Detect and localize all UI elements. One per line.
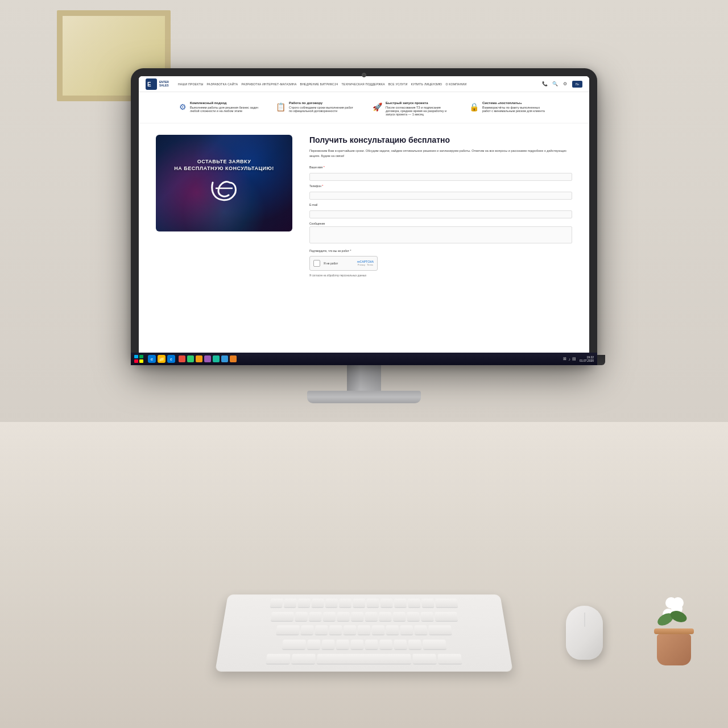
- feature-postpay-title: Система «постоплаты»: [482, 101, 549, 105]
- captcha-checkbox[interactable]: [313, 260, 320, 267]
- promo-logo: [207, 177, 241, 208]
- monitor-container: E ENTERSALES НАШИ ПРОЕКТЫ РАЗРАБОТКА САЙ…: [131, 68, 597, 403]
- nav-link-shop-dev[interactable]: РАЗРАБОТКА ИНТЕРНЕТ-МАГАЗИНА: [241, 82, 296, 86]
- key: [307, 639, 320, 650]
- key: [322, 612, 335, 622]
- feature-contract-title: Работа по договору: [289, 101, 355, 105]
- key: [329, 626, 342, 635]
- form-field-phone: Телефон *: [309, 184, 572, 200]
- form-input-email[interactable]: [309, 210, 572, 218]
- form-description: Перезвоним Вам в кратчайшие сроки. Обсуд…: [309, 148, 572, 159]
- key: [414, 626, 427, 635]
- feature-postpay-text: Система «постоплаты» Взаиморасчёты по фа…: [482, 101, 549, 113]
- nav-link-all-services[interactable]: ВСЕ УСЛУГИ: [388, 82, 408, 86]
- taskbar: e 📁 e: [139, 353, 589, 355]
- keyboard: [215, 594, 513, 672]
- key: [284, 598, 297, 607]
- search-icon[interactable]: 🔍: [552, 81, 559, 88]
- pot-body: [657, 634, 691, 665]
- svg-text:E: E: [147, 81, 151, 88]
- petal: [672, 597, 684, 609]
- nav-actions: 📞 🔍 ⚙ Пн: [541, 81, 582, 88]
- phone-icon[interactable]: 📞: [541, 81, 548, 88]
- nav-link-license[interactable]: КУПИТЬ ЛИЦЕНЗИЮ: [411, 82, 442, 86]
- captcha-label: Я не робот: [324, 262, 338, 265]
- feature-comprehensive-desc: Выполняем работы для решения бизнес зада…: [190, 106, 259, 113]
- form-input-phone[interactable]: [309, 192, 572, 200]
- key: [392, 612, 405, 622]
- mouse: [566, 606, 603, 660]
- nav-link-about[interactable]: О КОМПАНИИ: [445, 82, 466, 86]
- main-content: ОСТАВЬТЕ ЗАЯВКУ НА БЕСПЛАТНУЮ КОНСУЛЬТАЦ…: [139, 123, 589, 288]
- key-caps: [276, 626, 300, 635]
- feature-contract: 📋 Работа по договору Строго соблюдаем ср…: [276, 101, 355, 116]
- key: [351, 612, 363, 622]
- captcha-section: Подтвердите, что вы не робот * Я не робо…: [309, 249, 572, 271]
- contract-icon: 📋: [276, 102, 286, 111]
- monitor-stand-neck: [347, 365, 381, 391]
- key: [367, 598, 379, 607]
- key: [365, 612, 377, 622]
- key: [372, 626, 384, 635]
- website: E ENTERSALES НАШИ ПРОЕКТЫ РАЗРАБОТКА САЙ…: [139, 76, 589, 355]
- key-delete: [435, 598, 458, 607]
- form-label-email: E-mail: [309, 203, 572, 206]
- key: [380, 598, 393, 607]
- key: [408, 639, 421, 650]
- monitor-bezel: E ENTERSALES НАШИ ПРОЕКТЫ РАЗРАБОТКА САЙ…: [131, 68, 597, 365]
- key-shift: [282, 639, 305, 650]
- key: [379, 639, 392, 650]
- key-ralt: [412, 654, 437, 665]
- brand-logo-icon: E: [146, 78, 157, 90]
- key: [300, 626, 313, 635]
- captcha-section-label: Подтвердите, что вы не робот *: [309, 249, 572, 253]
- key-alt: [291, 654, 316, 665]
- feature-contract-desc: Строго соблюдаем сроки выполнения работ …: [289, 106, 355, 113]
- nav-link-support[interactable]: ТЕХНИЧЕСКАЯ ПОДДЕРЖКА: [341, 82, 384, 86]
- nav-link-site-dev[interactable]: РАЗРАБОТКА САЙТА: [207, 82, 238, 86]
- nav-cta-button[interactable]: Пн: [572, 81, 582, 88]
- recaptcha-logo: reCAPTCHA Privacy · Terms: [357, 260, 374, 266]
- key-rctrl: [437, 654, 462, 665]
- nav-links: НАШИ ПРОЕКТЫ РАЗРАБОТКА САЙТА РАЗРАБОТКА…: [178, 82, 537, 86]
- form-field-message: Сообщение: [309, 222, 572, 246]
- feature-comprehensive: ⚙ Комплексный подход Выполняем работы дл…: [179, 101, 259, 116]
- nav-logo: E ENTERSALES: [146, 78, 169, 90]
- key: [337, 612, 349, 622]
- form-label-name: Ваше имя *: [309, 166, 572, 169]
- feature-postpay: 🔒 Система «постоплаты» Взаиморасчёты по …: [469, 101, 549, 116]
- key: [295, 612, 308, 622]
- key: [386, 626, 399, 635]
- key-tab: [270, 612, 293, 622]
- form-title: Получить консультацию бесплатно: [309, 135, 572, 145]
- feature-launch-title: Быстрый запуск проекта: [386, 101, 452, 105]
- feature-launch-desc: После согласования ТЗ и подписания догов…: [386, 106, 452, 116]
- feature-launch-text: Быстрый запуск проекта После согласовани…: [386, 101, 452, 116]
- form-input-name[interactable]: [309, 173, 572, 181]
- key: [309, 612, 322, 622]
- desk-surface: [0, 422, 728, 728]
- launch-icon: 🚀: [373, 102, 382, 111]
- leaf: [669, 609, 688, 624]
- nav-link-bitrix[interactable]: ВНЕДРЕНИЕ БИТРИКС24: [300, 82, 338, 86]
- monitor-stand-base: [307, 391, 421, 403]
- form-input-message[interactable]: [309, 226, 572, 243]
- key: [394, 639, 407, 650]
- key: [297, 598, 310, 607]
- room-background: E ENTERSALES НАШИ ПРОЕКТЫ РАЗРАБОТКА САЙ…: [0, 0, 728, 728]
- consent-text: Я согласен на обработку персональных дан…: [309, 274, 572, 277]
- pot-rim: [654, 628, 694, 634]
- postpay-icon: 🔒: [469, 102, 479, 111]
- key-enter: [435, 612, 458, 622]
- settings-icon[interactable]: ⚙: [562, 81, 569, 88]
- key: [407, 612, 420, 622]
- key: [325, 598, 338, 607]
- key: [350, 639, 363, 650]
- key: [408, 598, 420, 607]
- form-field-email: E-mail: [309, 203, 572, 218]
- key: [312, 598, 324, 607]
- nav-link-projects[interactable]: НАШИ ПРОЕКТЫ: [178, 82, 204, 86]
- captcha-box[interactable]: Я не робот reCAPTCHA Privacy · Terms: [309, 256, 378, 271]
- key-return: [428, 626, 452, 635]
- key-rshift: [422, 639, 446, 650]
